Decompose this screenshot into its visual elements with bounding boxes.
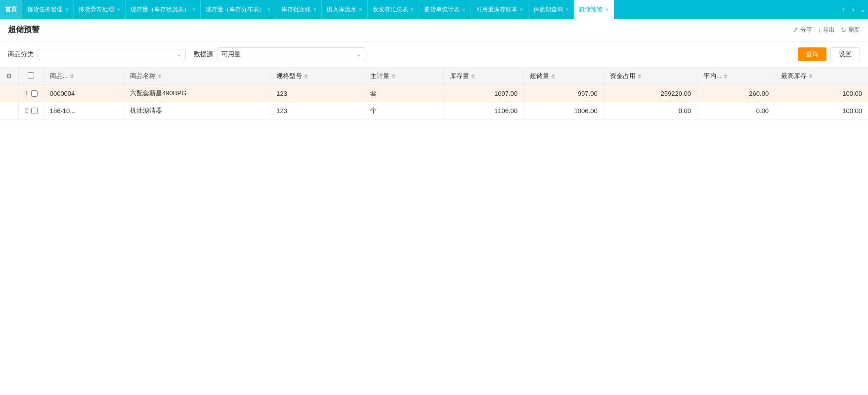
nav-tab-label-0: 首页 [5,5,17,14]
sort-down-icon [391,77,395,79]
th-capital-sort[interactable]: 资金占用 [610,72,691,80]
th-code: 商品... [43,68,124,85]
nav-right-arrow[interactable]: › [848,0,858,19]
nav-tab-label-8: 要货单统计表 [424,5,460,14]
nav-tab-5[interactable]: 库存批次账× [276,0,322,19]
nav-tab-close-7[interactable]: × [411,6,414,12]
nav-tab-7[interactable]: 收发存汇总表× [368,0,419,19]
data-table: ⚙ 商品... [0,68,868,119]
sort-up-icon [638,74,642,76]
th-unit-sort[interactable]: 主计量 [370,72,438,80]
sort-down-icon [158,77,162,79]
td-checkbox-0: 1 [19,85,44,102]
sort-down-icon [70,77,74,79]
category-select[interactable]: ⌄ [38,49,186,60]
nav-menu-arrow[interactable]: ⌄ [858,0,868,19]
filter-area: 商品分类 ⌄ 数据源 可用量 ⌄ 查询 设置 [0,41,868,68]
sort-down-icon [471,77,475,79]
td-code-1: 186-10... [43,102,124,119]
th-checkbox [19,68,44,85]
refresh-button[interactable]: ↻ 刷新 [841,26,860,34]
share-icon: ↗ [793,26,798,34]
nav-tab-close-8[interactable]: × [462,6,465,12]
nav-left-arrow[interactable]: ‹ [838,0,848,19]
td-name-1: 机油滤清器 [124,102,270,119]
sort-down-icon [551,77,555,79]
top-nav: 首页拣货任务管理×拣货异常处理×现存量（库存状况表）×现存量（库存分布表）×库存… [0,0,868,19]
nav-tab-close-6[interactable]: × [359,6,362,12]
td-name-0: 六配套新昌490BPG [124,85,270,102]
select-all-checkbox[interactable] [28,72,34,79]
nav-tab-label-9: 可用量库存账本 [476,5,518,14]
unit-sort-icon [391,74,395,79]
row-checkbox-0[interactable] [31,90,38,97]
nav-tab-6[interactable]: 出入库流水× [322,0,367,19]
sort-down-icon [724,77,728,79]
th-avg-sort[interactable]: 平均... [703,72,769,80]
nav-tab-close-3[interactable]: × [192,6,195,12]
sort-up-icon [391,74,395,76]
td-stock-1: 1106.00 [444,102,524,119]
nav-tab-2[interactable]: 拣货异常处理× [74,0,125,19]
td-max-stock-1: 100.00 [775,102,868,119]
query-button[interactable]: 查询 [798,47,826,61]
nav-tab-0[interactable]: 首页 [0,0,22,19]
max-stock-sort-icon [809,74,813,79]
td-capital-0: 259220.00 [604,85,697,102]
nav-tab-label-4: 现存量（库存分布表） [206,5,265,14]
settings-button[interactable]: 设置 [830,47,860,61]
td-excess-0: 997.00 [523,85,604,102]
code-sort-icon [70,74,74,79]
th-max-stock: 最高库存 [775,68,868,85]
nav-tab-label-5: 库存批次账 [281,5,311,14]
nav-tab-close-10[interactable]: × [565,6,568,12]
table-row: 1 0000004 六配套新昌490BPG 123 套 1097.00 997.… [0,85,868,102]
th-avg: 平均... [697,68,775,85]
td-avg-1: 0.00 [697,102,775,119]
th-settings: ⚙ [0,68,19,85]
td-spec-1: 123 [270,102,364,119]
td-unit-1: 个 [364,102,444,119]
nav-tab-11[interactable]: 超储预警× [574,0,613,19]
table-header-row: ⚙ 商品... [0,68,868,85]
nav-tab-label-10: 保质期查询 [533,5,563,14]
td-stock-0: 1097.00 [444,85,524,102]
th-stock-sort[interactable]: 库存量 [450,72,518,80]
th-excess-sort[interactable]: 超储量 [530,72,598,80]
main-content: 超储预警 ↗ 分享 ↓ 导出 ↻ 刷新 商品分类 ⌄ 数据源 [0,19,868,395]
nav-tab-1[interactable]: 拣货任务管理× [22,0,74,19]
page-title: 超储预警 [8,25,40,35]
th-name-sort[interactable]: 商品名称 [130,72,264,80]
nav-tab-9[interactable]: 可用量库存账本× [471,0,528,19]
nav-tab-8[interactable]: 要货单统计表× [419,0,471,19]
td-code-0: 0000004 [43,85,124,102]
share-button[interactable]: ↗ 分享 [793,26,812,34]
row-checkbox-1[interactable] [31,108,38,114]
sort-up-icon [551,74,555,76]
gear-icon[interactable]: ⚙ [6,72,12,80]
th-spec: 规格型号 [270,68,364,85]
sort-up-icon [724,74,728,76]
nav-tab-close-11[interactable]: × [605,6,608,12]
th-spec-sort[interactable]: 规格型号 [276,72,357,80]
datasource-value: 可用量 [221,50,241,59]
nav-tab-close-5[interactable]: × [313,6,316,12]
nav-tab-close-4[interactable]: × [267,6,270,12]
nav-tab-10[interactable]: 保质期查询× [528,0,574,19]
sort-up-icon [809,74,813,76]
export-button[interactable]: ↓ 导出 [818,26,835,34]
th-code-sort[interactable]: 商品... [50,72,118,80]
excess-sort-icon [551,74,555,79]
nav-tab-3[interactable]: 现存量（库存状况表）× [126,0,201,19]
nav-tab-close-1[interactable]: × [65,6,68,12]
th-unit: 主计量 [364,68,444,85]
th-max-stock-sort[interactable]: 最高库存 [781,72,862,80]
nav-tab-close-9[interactable]: × [520,6,523,12]
datasource-filter-group: 数据源 可用量 ⌄ [194,47,365,61]
name-sort-icon [158,74,162,79]
nav-tab-label-2: 拣货异常处理 [79,5,114,14]
header-actions: ↗ 分享 ↓ 导出 ↻ 刷新 [793,26,861,34]
datasource-select[interactable]: 可用量 ⌄ [217,47,365,61]
nav-tab-close-2[interactable]: × [117,6,120,12]
nav-tab-4[interactable]: 现存量（库存分布表）× [201,0,276,19]
